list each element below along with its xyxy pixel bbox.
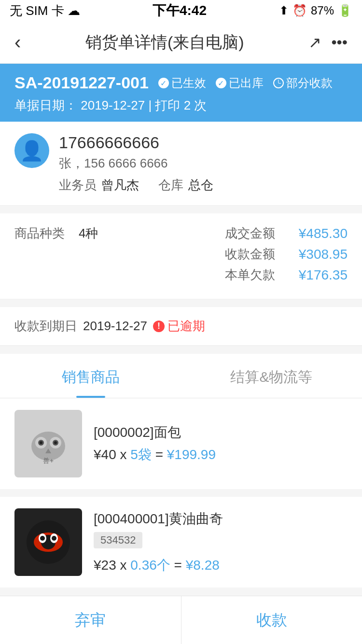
tab-label-1: 结算&物流等 — [230, 369, 312, 385]
alarm-icon: ⏰ — [292, 4, 307, 17]
overdue-section: 收款到期日 2019-12-27 ! 已逾期 — [0, 307, 362, 346]
debt-label: 本单欠款 — [225, 266, 275, 283]
battery-icon: 🔋 — [338, 4, 352, 17]
status-label-3: 部分收款 — [286, 75, 333, 91]
sim-text: 无 SIM 卡 ☁ — [10, 2, 80, 19]
tab-settlement[interactable]: 结算&物流等 — [181, 354, 362, 398]
avatar-icon: 👤 — [20, 140, 44, 162]
svg-point-5 — [40, 441, 42, 444]
status-left: 无 SIM 卡 ☁ — [10, 2, 80, 19]
battery-text: 87% — [311, 4, 334, 17]
back-button[interactable]: ‹ — [14, 31, 21, 53]
customer-name: 17666666666 — [59, 133, 348, 152]
tabs-section: 销售商品 结算&物流等 — [0, 354, 362, 398]
doc-date-row: 单据日期： 2019-12-27 | 打印 2 次 — [14, 97, 348, 114]
order-id-text: SA-20191227-001 — [14, 73, 149, 92]
salesperson-value: 曾凡杰 — [101, 177, 139, 194]
print-info: | 打印 2 次 — [148, 98, 207, 112]
product-list: 兽+ [0000002]面包 ¥40 x 5袋 = ¥199.99 — [0, 398, 362, 588]
svg-point-6 — [54, 441, 57, 444]
order-id-row: SA-20191227-001 已生效 已出库 部分收款 — [14, 73, 348, 92]
status-tag-effective: 已生效 — [158, 75, 206, 91]
quantity-1: 5袋 — [130, 447, 152, 462]
list-item[interactable]: 兽+ [0000002]面包 ¥40 x 5袋 = ¥199.99 — [0, 398, 362, 489]
warehouse-label: 仓库 — [158, 177, 183, 194]
status-label-1: 已生效 — [171, 75, 206, 91]
total-1: ¥199.99 — [167, 447, 216, 462]
svg-point-15 — [52, 536, 56, 541]
price-text-2: ¥23 — [94, 558, 116, 573]
customer-meta: 业务员 曾凡杰 仓库 总仓 — [59, 177, 348, 194]
summary-section: 商品种类 4种 成交金额 ¥485.30 收款金额 ¥308.95 本单欠款 ¥… — [0, 213, 362, 299]
overdue-label: 收款到期日 — [14, 318, 77, 335]
category-label: 商品种类 — [14, 226, 65, 240]
abandon-audit-button[interactable]: 弃审 — [0, 596, 181, 644]
order-header-banner: SA-20191227-001 已生效 已出库 部分收款 单据日期： 2019-… — [0, 64, 362, 122]
warehouse-value: 总仓 — [188, 177, 213, 194]
doc-date-label: 单据日期： — [14, 98, 77, 112]
product-price-2: ¥23 x 0.36个 = ¥8.28 — [94, 556, 348, 574]
amount-value: ¥485.30 — [285, 226, 348, 241]
overdue-date: 2019-12-27 — [83, 319, 147, 334]
quantity-2: 0.36个 — [130, 558, 170, 573]
product-name-1: [0000002]面包 — [94, 423, 348, 442]
debt-row: 本单欠款 ¥176.35 — [225, 266, 348, 283]
received-row: 收款金额 ¥308.95 — [225, 246, 348, 263]
status-tag-shipped: 已出库 — [216, 75, 264, 91]
category-count: 4种 — [79, 226, 98, 240]
owl-icon: 兽+ — [24, 420, 72, 468]
product-name-2: [000400001]黄油曲奇 — [94, 510, 348, 528]
more-icon[interactable]: ••• — [331, 33, 348, 51]
overdue-text: 已逾期 — [167, 318, 205, 335]
svg-text:兽+: 兽+ — [43, 457, 54, 464]
salesperson-label: 业务员 — [59, 177, 97, 194]
product-info-1: [0000002]面包 ¥40 x 5袋 = ¥199.99 — [94, 423, 348, 464]
check-icon-1 — [158, 78, 169, 88]
nav-bar: ‹ 销货单详情(来自电脑) ↗ ••• — [0, 21, 362, 64]
debt-value: ¥176.35 — [285, 267, 348, 283]
doc-date-value: 2019-12-27 — [81, 98, 145, 112]
status-time: 下午4:42 — [153, 1, 207, 20]
share-icon[interactable]: ↗ — [308, 33, 321, 52]
list-item[interactable]: [000400001]黄油曲奇 534532 ¥23 x 0.36个 = ¥8.… — [0, 497, 362, 588]
status-tag-partial: 部分收款 — [273, 75, 333, 91]
received-value: ¥308.95 — [285, 247, 348, 262]
product-info-2: [000400001]黄油曲奇 534532 ¥23 x 0.36个 = ¥8.… — [94, 510, 348, 574]
summary-right: 成交金额 ¥485.30 收款金额 ¥308.95 本单欠款 ¥176.35 — [225, 225, 348, 287]
customer-phone: 张，156 6666 6666 — [59, 155, 348, 172]
nav-right: ↗ ••• — [308, 33, 348, 52]
page-title: 销货单详情(来自电脑) — [85, 31, 244, 54]
amount-row: 成交金额 ¥485.30 — [225, 225, 348, 242]
customer-info: 17666666666 张，156 6666 6666 业务员 曾凡杰 仓库 总… — [59, 133, 348, 194]
svg-point-14 — [40, 536, 45, 541]
clock-icon — [273, 78, 284, 88]
tab-label-0: 销售商品 — [62, 369, 120, 385]
total-2: ¥8.28 — [186, 558, 220, 573]
amount-label: 成交金额 — [225, 225, 275, 242]
tab-sales-products[interactable]: 销售商品 — [0, 354, 181, 398]
overdue-badge: ! 已逾期 — [153, 318, 205, 335]
price-text-1: ¥40 — [94, 447, 116, 462]
status-label-2: 已出库 — [229, 75, 264, 91]
salesperson-item: 业务员 曾凡杰 — [59, 177, 139, 194]
ninja-icon — [24, 518, 72, 566]
check-icon-2 — [216, 78, 226, 88]
status-bar: 无 SIM 卡 ☁ 下午4:42 ⬆ ⏰ 87% 🔋 — [0, 0, 362, 21]
avatar: 👤 — [14, 133, 49, 168]
collect-payment-button[interactable]: 收款 — [181, 596, 362, 644]
nav-left: ‹ — [14, 31, 21, 53]
product-badge-2: 534532 — [94, 532, 142, 548]
summary-left: 商品种类 4种 — [14, 225, 98, 242]
warehouse-item: 仓库 总仓 — [158, 177, 213, 194]
overdue-dot-icon: ! — [153, 321, 165, 332]
product-price-1: ¥40 x 5袋 = ¥199.99 — [94, 446, 348, 464]
product-thumb-1: 兽+ — [14, 410, 82, 477]
status-right: ⬆ ⏰ 87% 🔋 — [279, 4, 352, 17]
product-thumb-2 — [14, 508, 82, 576]
customer-section: 👤 17666666666 张，156 6666 6666 业务员 曾凡杰 仓库… — [0, 122, 362, 206]
received-label: 收款金额 — [225, 246, 275, 263]
bottom-bar: 弃审 收款 — [0, 596, 362, 644]
location-icon: ⬆ — [279, 4, 289, 17]
